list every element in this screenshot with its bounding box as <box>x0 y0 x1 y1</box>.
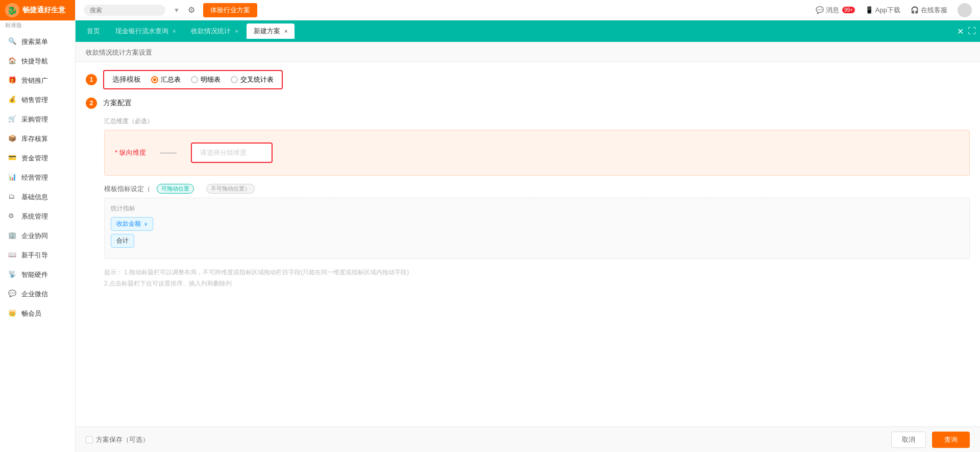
topbar-right: 💬 消息 99+ 📱 App下载 🎧 在线客服 <box>816 3 972 17</box>
service-item[interactable]: 🎧 在线客服 <box>911 6 947 15</box>
inventory-icon: 📦 <box>8 134 17 144</box>
logo-text: 畅捷通好生意 <box>22 6 65 15</box>
sidebar-item-purchase[interactable]: 🛒 采购管理 <box>0 110 75 129</box>
sidebar-item-operation[interactable]: 📊 经营管理 <box>0 168 75 187</box>
dimension-input[interactable]: 请选择分组维度 <box>191 142 273 163</box>
radio-detail[interactable]: 明细表 <box>191 75 220 84</box>
sidebar-item-basic-info[interactable]: 🗂 基础信息 <box>0 187 75 207</box>
gear-icon[interactable]: ⚙ <box>188 5 195 15</box>
sales-icon: 💰 <box>8 96 17 105</box>
topbar-dropdown[interactable]: ▼ <box>174 7 180 14</box>
bottom-btns: 取消 查询 <box>891 432 970 448</box>
tab-close-all-icon[interactable]: ✕ <box>957 27 964 36</box>
newbie-icon: 📖 <box>8 251 17 260</box>
sidebar-item-label: 畅会员 <box>21 309 41 318</box>
marketing-icon: 🎁 <box>8 76 17 85</box>
tab-home[interactable]: 首页 <box>80 23 107 39</box>
page-title: 收款情况统计方案设置 <box>86 49 152 56</box>
query-button[interactable]: 查询 <box>932 432 970 448</box>
tab-expand-icon[interactable]: ⛶ <box>968 27 976 36</box>
dropdown-label: ▼ <box>174 7 180 14</box>
radio-summary[interactable]: 汇总表 <box>151 75 181 84</box>
page-header: 收款情况统计方案设置 <box>76 42 980 62</box>
sidebar-item-label: 企业微信 <box>21 290 48 299</box>
sidebar-item-label: 快捷导航 <box>21 57 48 66</box>
step2-label: 方案配置 <box>103 99 132 108</box>
app-download-item[interactable]: 📱 App下载 <box>865 6 900 15</box>
topbar: ▼ ⚙ 体验行业方案 💬 消息 99+ 📱 App下载 🎧 在线客服 <box>76 0 980 20</box>
sidebar-item-corp-collab[interactable]: 🏢 企业协同 <box>0 226 75 246</box>
sidebar: 🐉 畅捷通好生意 标准版 🔍 搜索菜单 🏠 快捷导航 🎁 营销推广 💰 销售管理… <box>0 0 76 452</box>
radio-group: 汇总表 明细表 交叉统计表 <box>151 75 274 84</box>
basic-info-icon: 🗂 <box>8 193 17 202</box>
sidebar-logo: 🐉 畅捷通好生意 <box>0 0 75 20</box>
sidebar-item-marketing[interactable]: 🎁 营销推广 <box>0 71 75 90</box>
msg-badge: 99+ <box>842 7 855 13</box>
purchase-icon: 🛒 <box>8 115 17 124</box>
system-icon: ⚙ <box>8 212 17 221</box>
quick-nav-icon: 🏠 <box>8 57 17 66</box>
bottom-bar: 方案保存（可选） 取消 查询 <box>76 426 980 452</box>
content-area: 收款情况统计方案设置 1 选择模板 汇总表 明细表 <box>76 42 980 426</box>
step1-badge: 1 <box>86 74 97 85</box>
search-input[interactable] <box>84 5 165 16</box>
dimension-section: 汇总维度（必选） * 纵向维度 —— 请选择分组维度 模板指标设定（ 可拖动位置… <box>104 117 970 259</box>
smart-hw-icon: 📡 <box>8 270 17 279</box>
tab-bank-flow-label: 现金银行流水查询 <box>115 27 168 36</box>
indicator-section-text: 模板指标设定（ <box>104 184 151 194</box>
save-label: 方案保存（可选） <box>96 435 149 444</box>
sidebar-item-label: 采购管理 <box>21 115 48 124</box>
sidebar-item-label: 经营管理 <box>21 173 48 182</box>
tips-section: 提示： 1.拖动标题栏可以调整布局，不可跨维度或指标区域拖动栏目字段(只能在同一… <box>104 267 951 289</box>
sidebar-item-label: 销售管理 <box>21 96 48 105</box>
industry-btn[interactable]: 体验行业方案 <box>203 3 257 17</box>
sidebar-item-inventory[interactable]: 📦 库存核算 <box>0 129 75 149</box>
sidebar-item-quick-nav[interactable]: 🏠 快捷导航 <box>0 52 75 71</box>
tab-receipt-stat[interactable]: 收款情况统计 × <box>184 23 245 39</box>
vertical-dim-label: * 纵向维度 <box>115 148 146 157</box>
tab-new-plan-close[interactable]: × <box>284 28 287 34</box>
sidebar-item-search-menu[interactable]: 🔍 搜索菜单 <box>0 32 75 52</box>
sidebar-item-sales[interactable]: 💰 销售管理 <box>0 90 75 110</box>
radio-summary-label: 汇总表 <box>161 75 181 84</box>
dimension-area: * 纵向维度 —— 请选择分组维度 <box>104 130 970 176</box>
save-checkbox[interactable] <box>86 436 93 443</box>
corp-wechat-icon: 💬 <box>8 290 17 299</box>
tip-line2: 2.点击标题栏下拉可设置排序、插入列和删除列 <box>104 278 951 290</box>
dimension-placeholder: 请选择分组维度 <box>200 148 247 157</box>
indicator-tag-receipt[interactable]: 收款金额 ∨ <box>111 217 153 231</box>
step2-badge: 2 <box>86 98 97 109</box>
operation-icon: 📊 <box>8 173 17 182</box>
sidebar-item-member[interactable]: 👑 畅会员 <box>0 304 75 323</box>
tabbar-controls: ✕ ⛶ <box>957 27 976 36</box>
sidebar-item-smart-hw[interactable]: 📡 智能硬件 <box>0 265 75 284</box>
msg-icon: 💬 <box>816 6 824 14</box>
main-area: ▼ ⚙ 体验行业方案 💬 消息 99+ 📱 App下载 🎧 在线客服 首页 <box>76 0 980 452</box>
tabbar: 首页 现金银行流水查询 × 收款情况统计 × 新建方案 × ✕ ⛶ <box>76 20 980 42</box>
sidebar-item-finance[interactable]: 💳 资金管理 <box>0 149 75 168</box>
step1-row: 1 选择模板 汇总表 明细表 交叉统 <box>86 70 970 89</box>
cancel-button[interactable]: 取消 <box>891 432 926 448</box>
indicator-subtag: 合计 <box>111 234 134 248</box>
radio-cross-label: 交叉统计表 <box>240 75 274 84</box>
avatar[interactable] <box>958 3 972 17</box>
tab-bank-flow-close[interactable]: × <box>173 28 176 34</box>
search-menu-icon: 🔍 <box>8 37 17 46</box>
tab-new-plan[interactable]: 新建方案 × <box>247 23 295 39</box>
tab-receipt-stat-close[interactable]: × <box>235 28 238 34</box>
save-option[interactable]: 方案保存（可选） <box>86 435 149 444</box>
msg-item[interactable]: 💬 消息 99+ <box>816 6 855 15</box>
logo-sub: 标准版 <box>0 20 75 32</box>
tab-receipt-stat-label: 收款情况统计 <box>191 27 231 36</box>
tab-bank-flow[interactable]: 现金银行流水查询 × <box>108 23 183 39</box>
sidebar-item-system[interactable]: ⚙ 系统管理 <box>0 207 75 226</box>
sidebar-item-label: 资金管理 <box>21 154 48 163</box>
sidebar-item-corp-wechat[interactable]: 💬 企业微信 <box>0 284 75 304</box>
finance-icon: 💳 <box>8 154 17 163</box>
unmovable-tag: 不可拖动位置） <box>206 184 255 194</box>
sidebar-item-newbie[interactable]: 📖 新手引导 <box>0 246 75 265</box>
indicator-label-row: 模板指标设定（ 可拖动位置 不可拖动位置） <box>104 184 970 194</box>
radio-cross[interactable]: 交叉统计表 <box>231 75 274 84</box>
corp-collab-icon: 🏢 <box>8 231 17 241</box>
tip-line1: 提示： 1.拖动标题栏可以调整布局，不可跨维度或指标区域拖动栏目字段(只能在同一… <box>104 267 951 278</box>
